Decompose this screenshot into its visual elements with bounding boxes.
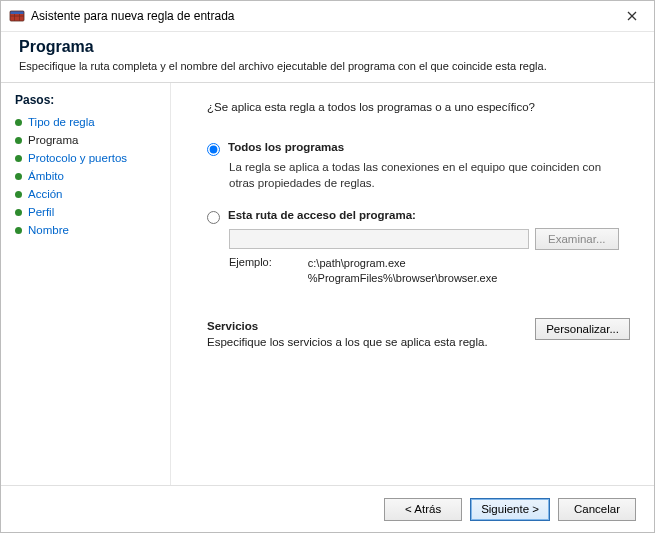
example-line-2: %ProgramFiles%\browser\browser.exe xyxy=(308,272,498,284)
wizard-body: Pasos: Tipo de regla Programa Protocolo … xyxy=(1,83,654,485)
option-all-programs-row: Todos los programas xyxy=(207,141,630,156)
example-lines: c:\path\program.exe %ProgramFiles%\brows… xyxy=(308,256,498,286)
wizard-footer: < Atrás Siguiente > Cancelar xyxy=(1,485,654,532)
option-program-path-radio[interactable] xyxy=(207,211,220,224)
close-button[interactable] xyxy=(609,1,654,31)
program-path-input[interactable] xyxy=(229,229,529,249)
option-all-programs-desc: La regla se aplica a todas las conexione… xyxy=(229,160,609,191)
example-label: Ejemplo: xyxy=(229,256,272,286)
firewall-icon xyxy=(9,8,25,24)
steps-heading: Pasos: xyxy=(15,93,162,107)
window-title: Asistente para nueva regla de entrada xyxy=(31,9,609,23)
step-programa[interactable]: Programa xyxy=(15,131,162,149)
content-question: ¿Se aplica esta regla a todos los progra… xyxy=(207,101,630,113)
step-bullet-icon xyxy=(15,173,22,180)
step-ambito[interactable]: Ámbito xyxy=(15,167,162,185)
example-line-1: c:\path\program.exe xyxy=(308,257,406,269)
next-button[interactable]: Siguiente > xyxy=(470,498,550,521)
titlebar: Asistente para nueva regla de entrada xyxy=(1,1,654,32)
customize-services-button[interactable]: Personalizar... xyxy=(535,318,630,340)
option-all-programs-label: Todos los programas xyxy=(228,141,344,153)
step-label: Perfil xyxy=(28,206,54,218)
step-bullet-icon xyxy=(15,155,22,162)
back-button[interactable]: < Atrás xyxy=(384,498,462,521)
wizard-window: Asistente para nueva regla de entrada Pr… xyxy=(0,0,655,533)
step-label: Protocolo y puertos xyxy=(28,152,127,164)
option-program-path-label: Esta ruta de acceso del programa: xyxy=(228,209,416,221)
close-icon xyxy=(627,11,637,21)
step-bullet-icon xyxy=(15,137,22,144)
step-accion[interactable]: Acción xyxy=(15,185,162,203)
wizard-header: Programa Especifique la ruta completa y … xyxy=(1,32,654,82)
step-label: Programa xyxy=(28,134,79,146)
step-tipo-de-regla[interactable]: Tipo de regla xyxy=(15,113,162,131)
page-heading: Programa xyxy=(19,38,636,56)
step-label: Acción xyxy=(28,188,63,200)
step-protocolo-y-puertos[interactable]: Protocolo y puertos xyxy=(15,149,162,167)
step-bullet-icon xyxy=(15,227,22,234)
step-bullet-icon xyxy=(15,191,22,198)
step-nombre[interactable]: Nombre xyxy=(15,221,162,239)
step-label: Tipo de regla xyxy=(28,116,95,128)
step-label: Ámbito xyxy=(28,170,64,182)
wizard-content: ¿Se aplica esta regla a todos los progra… xyxy=(171,83,654,485)
option-all-programs-radio[interactable] xyxy=(207,143,220,156)
cancel-button[interactable]: Cancelar xyxy=(558,498,636,521)
steps-sidebar: Pasos: Tipo de regla Programa Protocolo … xyxy=(1,83,171,485)
services-block: Personalizar... Servicios Especifique lo… xyxy=(207,320,630,348)
option-program-path-row: Esta ruta de acceso del programa: xyxy=(207,209,630,224)
program-path-example: Ejemplo: c:\path\program.exe %ProgramFil… xyxy=(229,256,630,286)
program-path-area: Examinar... xyxy=(229,228,630,250)
svg-rect-1 xyxy=(10,11,24,14)
step-label: Nombre xyxy=(28,224,69,236)
step-bullet-icon xyxy=(15,119,22,126)
browse-button[interactable]: Examinar... xyxy=(535,228,619,250)
page-subtitle: Especifique la ruta completa y el nombre… xyxy=(19,60,636,72)
step-perfil[interactable]: Perfil xyxy=(15,203,162,221)
step-bullet-icon xyxy=(15,209,22,216)
